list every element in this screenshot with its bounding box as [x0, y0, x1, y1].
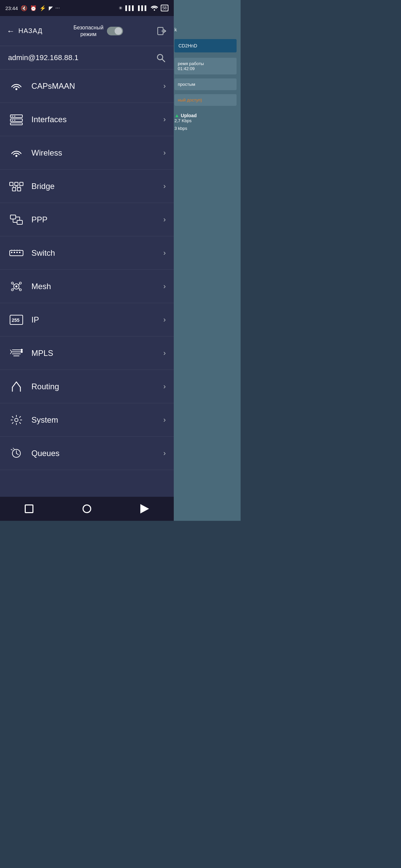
menu-list: CAPsMAAN › Interfaces ›	[0, 69, 174, 497]
uptime-label: ремя работы	[178, 61, 233, 66]
status-right: ✳ ▌▌▌ ▌▌▌ 58	[119, 5, 168, 11]
mpls-label: MPLS	[31, 348, 164, 358]
nav-home-button[interactable]	[77, 499, 97, 519]
nav-square-icon	[25, 504, 33, 513]
svg-point-5	[16, 88, 18, 90]
right-blue-box: CD2HnD	[174, 39, 237, 53]
interfaces-chevron: ›	[164, 115, 166, 124]
ip-label: IP	[31, 315, 164, 324]
signal-icon-2: ▌▌▌	[138, 5, 148, 11]
ppp-label: PPP	[31, 215, 164, 224]
mpls-chevron: ›	[164, 349, 166, 358]
svg-rect-24	[17, 220, 22, 224]
nav-square-button[interactable]	[19, 499, 39, 519]
search-icon[interactable]	[156, 53, 166, 63]
menu-item-ip[interactable]: 255 IP ›	[0, 303, 174, 337]
routing-icon	[8, 378, 25, 395]
svg-point-51	[21, 351, 23, 353]
drawer-panel: 23:44 🔇 ⏰ ⚡ ◤ ··· ✳ ▌▌▌ ▌▌▌	[0, 0, 174, 521]
more-icon: ···	[55, 5, 60, 11]
location-icon: ◤	[49, 5, 53, 11]
back-arrow-icon: ←	[7, 26, 15, 36]
svg-point-45	[19, 282, 21, 284]
upload-label: ▲ Upload	[174, 113, 237, 118]
wireless-chevron: ›	[164, 149, 166, 157]
upload-text: Upload	[181, 113, 197, 118]
wifi-status-icon	[151, 5, 158, 11]
svg-rect-33	[19, 252, 20, 253]
menu-item-bridge[interactable]: Bridge ›	[0, 169, 174, 203]
mesh-label: Mesh	[31, 282, 164, 291]
menu-item-ppp[interactable]: PPP ›	[0, 203, 174, 236]
bridge-label: Bridge	[31, 182, 164, 191]
menu-item-queues[interactable]: Queues ›	[0, 437, 174, 470]
uptime-value: 01:42:09	[178, 66, 233, 71]
menu-item-system[interactable]: System ›	[0, 403, 174, 437]
svg-rect-30	[11, 252, 12, 253]
logout-icon[interactable]	[157, 26, 167, 36]
switch-label: Switch	[31, 248, 164, 258]
svg-line-22	[20, 186, 20, 188]
queues-label: Queues	[31, 449, 164, 458]
status-left: 23:44 🔇 ⏰ ⚡ ◤ ···	[5, 5, 60, 11]
safe-mode-toggle[interactable]	[107, 27, 123, 35]
menu-item-wireless[interactable]: Wireless ›	[0, 136, 174, 169]
bridge-chevron: ›	[164, 182, 166, 191]
upload-arrow-icon: ▲	[174, 113, 181, 118]
user-row: admin@192.168.88.1	[0, 46, 174, 69]
menu-item-mesh[interactable]: Mesh ›	[0, 270, 174, 303]
svg-line-52	[12, 382, 17, 387]
interfaces-label: Interfaces	[31, 115, 164, 124]
menu-item-routing[interactable]: Routing ›	[0, 370, 174, 403]
battery-level: 58	[163, 6, 167, 10]
simple-label: простым	[178, 82, 233, 87]
ppp-icon	[8, 211, 25, 228]
svg-point-44	[11, 282, 13, 284]
right-text-cd2hnd: CD2HnD	[178, 43, 233, 49]
safe-mode-section: Безопасный режим	[74, 24, 123, 37]
safe-mode-label: Безопасный режим	[74, 24, 104, 37]
svg-point-47	[19, 289, 21, 291]
menu-item-capsman[interactable]: CAPsMAAN ›	[0, 69, 174, 103]
svg-rect-23	[10, 215, 16, 219]
svg-line-53	[17, 382, 20, 387]
wireless-label: Wireless	[31, 148, 164, 158]
bluetooth-icon: ✳	[119, 5, 123, 11]
mesh-chevron: ›	[164, 282, 166, 291]
ip-chevron: ›	[164, 315, 166, 324]
menu-item-mpls[interactable]: MPLS ›	[0, 337, 174, 370]
right-text-k: k	[174, 27, 237, 32]
svg-rect-8	[14, 116, 16, 117]
capsman-chevron: ›	[164, 82, 166, 90]
interfaces-icon	[8, 111, 25, 128]
routing-label: Routing	[31, 382, 164, 391]
svg-line-4	[162, 59, 165, 62]
nav-circle-icon	[83, 504, 91, 513]
svg-rect-18	[18, 188, 21, 191]
battery-icon: 58	[161, 5, 168, 11]
svg-rect-12	[10, 123, 22, 125]
menu-item-switch[interactable]: Switch ›	[0, 236, 174, 270]
switch-chevron: ›	[164, 249, 166, 257]
svg-rect-16	[20, 182, 23, 186]
upload-section: ▲ Upload 2,7 Kbps 3 kbps	[174, 113, 237, 131]
svg-rect-11	[14, 120, 16, 121]
time-display: 23:44	[5, 5, 18, 11]
switch-icon	[8, 245, 25, 261]
menu-item-interfaces[interactable]: Interfaces ›	[0, 103, 174, 136]
toggle-knob	[115, 27, 122, 35]
access-box: ный доступ)	[174, 94, 237, 106]
capsman-label: CAPsMAAN	[31, 82, 164, 91]
svg-rect-31	[14, 252, 15, 253]
nav-back-button[interactable]	[135, 499, 155, 519]
mpls-icon	[8, 345, 25, 362]
uptime-box: ремя работы 01:42:09	[174, 58, 237, 74]
svg-rect-32	[17, 252, 18, 253]
upload-value: 2,7 Kbps	[174, 118, 237, 123]
ppp-chevron: ›	[164, 215, 166, 224]
svg-text:255: 255	[12, 317, 20, 323]
simple-box: простым	[174, 79, 237, 90]
mesh-icon	[8, 278, 25, 295]
routing-chevron: ›	[164, 382, 166, 391]
back-button[interactable]: ← НАЗАД	[7, 26, 42, 36]
